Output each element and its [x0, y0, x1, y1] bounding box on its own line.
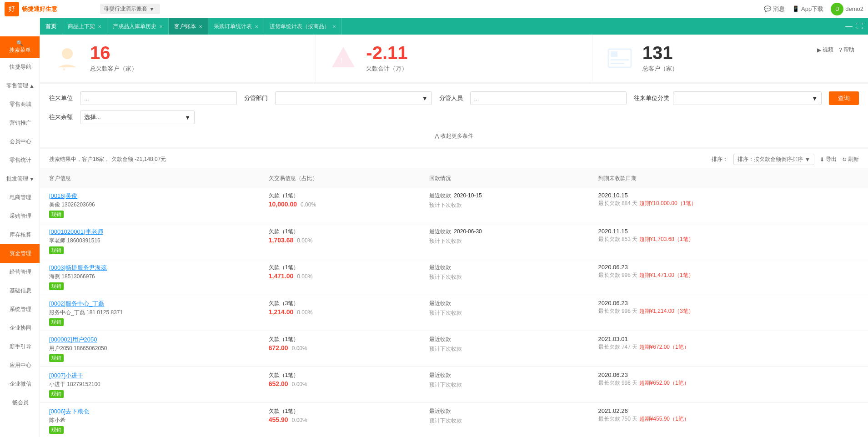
person-input[interactable]: ...	[470, 91, 627, 105]
debt-amount-1[interactable]: 1,703.68	[269, 236, 294, 244]
refresh-icon: ↻	[842, 156, 847, 163]
sidebar-item-inventory[interactable]: 库存核算	[0, 226, 40, 244]
dept-select[interactable]: ▼	[275, 91, 432, 105]
overdue-link-5[interactable]: 超期¥652.00（1笔）	[639, 380, 689, 386]
customer-name-0[interactable]: [0016]吴俊	[49, 192, 251, 200]
tab-close-product-listing[interactable]: ✕	[98, 24, 101, 29]
video-help-btn[interactable]: ▶ 视频	[817, 46, 833, 54]
remainder-select[interactable]: 选择... ▼	[80, 111, 195, 124]
help-btn[interactable]: ? 帮助	[839, 46, 854, 54]
customer-name-2[interactable]: [0003]畅捷服务尹海蕊	[49, 264, 251, 272]
sidebar-item-marketing[interactable]: 营销推广	[0, 114, 40, 132]
tab-production-history[interactable]: 产成品入库单历史 ✕	[107, 18, 169, 35]
customer-contact-5: 小进干 18279152100	[49, 381, 251, 388]
export-btn[interactable]: ⬇ 导出	[820, 156, 837, 163]
industry-selector[interactable]: 母婴行业演示账套 ▼	[100, 4, 160, 14]
customer-contact-2: 海燕 18513066976	[49, 273, 251, 281]
sidebar-item-newbie[interactable]: 新手引导	[0, 337, 40, 356]
refresh-btn[interactable]: ↻ 刷新	[842, 156, 859, 163]
svg-rect-7	[611, 63, 624, 64]
person-label: 分管人员	[439, 94, 467, 102]
sidebar-item-operations[interactable]: 经营管理	[0, 263, 40, 281]
stats-row: ¥ 16 总欠款客户（家） ! -2.11 欠款合计（万）	[40, 35, 868, 82]
chevron-down-sort: ▼	[805, 156, 810, 163]
sidebar-item-member-center[interactable]: 会员中心	[0, 132, 40, 151]
filter-row-1: 往来单位 ... 分管部门 ▼ 分管人员 ... 往来单位分类	[49, 91, 859, 105]
overdue-info-0: 最长欠款 884 天 超期¥10,000.00（1笔）	[598, 200, 859, 207]
cell-collection-0: 最近收款2020-10-15 预计下次收款	[420, 187, 589, 223]
stat-debt-amount-info: -2.11 欠款合计（万）	[366, 44, 407, 73]
filter-row-2: 往来余额 选择... ▼	[49, 111, 859, 124]
sidebar-item-finance[interactable]: 资金管理	[0, 244, 40, 263]
debt-ratio-4: 0.00%	[292, 345, 307, 352]
svg-point-0	[62, 48, 73, 59]
unit-category-select[interactable]: ▼	[673, 91, 822, 105]
overdue-link-2[interactable]: 超期¥1,471.00（1笔）	[639, 272, 694, 278]
tab-purchase-order-stats[interactable]: 采购订单统计表 ✕	[208, 18, 264, 35]
tab-close-production-history[interactable]: ✕	[159, 24, 163, 29]
search-button[interactable]: 查询	[829, 91, 859, 105]
customer-tag-2: 现销	[49, 282, 64, 290]
customer-name-5[interactable]: [0007]小进干	[49, 372, 251, 380]
debt-count-1: 欠款（1笔）	[269, 228, 411, 236]
customer-contact-0: 吴俊 13026203696	[49, 201, 251, 209]
sidebar-item-ecommerce[interactable]: 电商管理	[0, 188, 40, 207]
tabs-minimize-btn[interactable]: —	[844, 21, 853, 31]
sort-label: 排序：	[712, 156, 728, 163]
due-date-4: 2021.03.01	[598, 336, 859, 342]
next-payment-0: 预计下次收款	[429, 201, 580, 209]
customer-name-6[interactable]: [0006]去下粮仓	[49, 407, 251, 416]
overdue-link-0[interactable]: 超期¥10,000.00（1笔）	[639, 200, 697, 206]
customer-name-1[interactable]: [0001020001]李老师	[49, 228, 251, 236]
sidebar-search[interactable]: 🔍 搜索菜单	[0, 36, 40, 58]
sidebar-item-free-member[interactable]: 畅会员	[0, 393, 40, 412]
sort-select[interactable]: 排序：按欠款金额倒序排序 ▼	[733, 154, 814, 165]
customer-tag-5: 现销	[49, 390, 64, 398]
from-unit-input[interactable]: ...	[80, 91, 237, 105]
message-btn[interactable]: 💬 消息	[764, 5, 785, 13]
sidebar-item-retail-mall[interactable]: 零售商城	[0, 95, 40, 114]
sidebar-item-system[interactable]: 系统管理	[0, 300, 40, 319]
overdue-link-6[interactable]: 超期¥455.90（1笔）	[639, 416, 689, 422]
debt-amount-3[interactable]: 1,214.00	[269, 308, 294, 316]
customer-name-3[interactable]: [0002]服务中心_丁磊	[49, 300, 251, 308]
debt-amount-5[interactable]: 652.00	[269, 380, 288, 387]
debt-amount-4[interactable]: 672.00	[269, 344, 288, 352]
sidebar-item-enterprise[interactable]: 企业协同	[0, 319, 40, 337]
tab-incoming-stats[interactable]: 进货单统计表（按商品） ✕	[264, 18, 342, 35]
filter-person: 分管人员 ...	[439, 91, 627, 105]
sidebar-item-quick-nav[interactable]: 快捷导航	[0, 58, 40, 76]
overdue-link-3[interactable]: 超期¥1,214.00（3笔）	[639, 308, 694, 314]
sidebar-item-enterprise-wechat[interactable]: 企业微信	[0, 375, 40, 393]
tab-home[interactable]: 首页	[40, 18, 62, 35]
app-download-btn[interactable]: 📱 App下载	[792, 5, 823, 13]
debt-ratio-2: 0.00%	[297, 273, 312, 280]
tab-close-purchase-order-stats[interactable]: ✕	[255, 24, 258, 29]
tab-customer-account[interactable]: 客户账本 ✕	[169, 18, 208, 35]
sidebar-item-retail-management[interactable]: 零售管理▲	[0, 76, 40, 95]
top-right-actions: 💬 消息 📱 App下载 D demo2	[764, 3, 863, 15]
tabs-maximize-btn[interactable]: ⛶	[855, 21, 864, 31]
tab-close-incoming-stats[interactable]: ✕	[332, 24, 336, 29]
sidebar-item-app-center[interactable]: 应用中心	[0, 356, 40, 375]
overdue-link-4[interactable]: 超期¥672.00（1笔）	[639, 344, 689, 350]
tab-product-listing[interactable]: 商品上下架 ✕	[62, 18, 107, 35]
debt-amount-0[interactable]: 10,000.00	[269, 201, 297, 208]
debt-ratio-0: 0.00%	[301, 201, 316, 208]
sidebar-item-basic-info[interactable]: 基础信息	[0, 281, 40, 300]
stat-debt-customers-info: 16 总欠款客户（家）	[90, 44, 137, 73]
filter-area: 往来单位 ... 分管部门 ▼ 分管人员 ... 往来单位分类	[40, 84, 868, 147]
debt-count-5: 欠款（1笔）	[269, 372, 411, 379]
tab-close-customer-account[interactable]: ✕	[199, 24, 202, 29]
overdue-link-1[interactable]: 超期¥1,703.68（1笔）	[639, 236, 694, 242]
sidebar-item-retail-stats[interactable]: 零售统计	[0, 151, 40, 170]
debt-amount-6[interactable]: 455.90	[269, 416, 288, 423]
sidebar-item-batch-management[interactable]: 批发管理▼	[0, 170, 40, 188]
debt-amount-2[interactable]: 1,471.00	[269, 272, 294, 280]
download-icon: 📱	[792, 5, 799, 12]
sidebar-item-purchase[interactable]: 采购管理	[0, 207, 40, 226]
user-profile[interactable]: D demo2	[831, 3, 863, 15]
svg-text:!: !	[341, 57, 342, 64]
collapse-filters-btn[interactable]: ⋀ 收起更多条件	[49, 130, 859, 143]
customer-name-4[interactable]: [000002]用户2050	[49, 336, 251, 344]
